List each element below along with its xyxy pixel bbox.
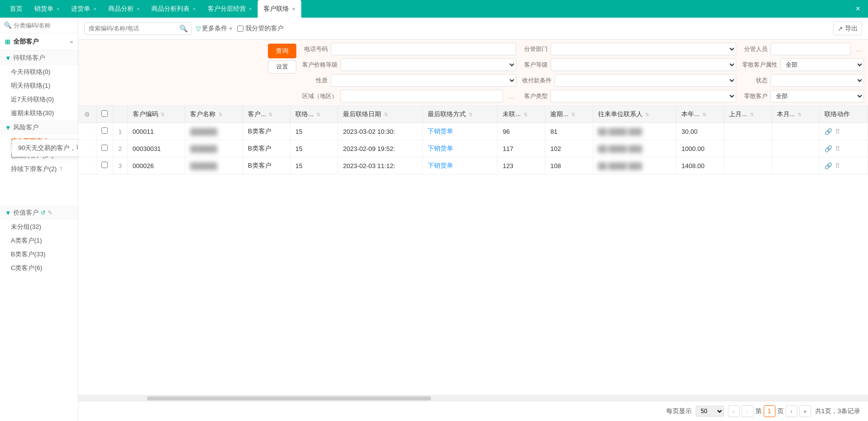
- gender-select[interactable]: [331, 74, 516, 87]
- row2-link-icon[interactable]: 🔗: [824, 145, 832, 152]
- col-last-month[interactable]: 上月... ⇅: [724, 106, 772, 123]
- customer-grade-select[interactable]: [551, 58, 736, 71]
- row2-check[interactable]: [101, 145, 108, 151]
- search-input[interactable]: [89, 25, 179, 32]
- scroll-thumb[interactable]: [147, 396, 431, 400]
- settings-button[interactable]: 设置: [268, 60, 296, 74]
- col-name[interactable]: 客户名称 ⇅: [185, 106, 243, 123]
- row3-check[interactable]: [101, 162, 108, 168]
- region-input[interactable]: [340, 90, 503, 102]
- retail-select[interactable]: 全部: [771, 90, 864, 102]
- row3-last-method[interactable]: 下销货单: [423, 157, 498, 174]
- col-this-year[interactable]: 本年... ⇅: [676, 106, 724, 123]
- sidebar-item-tomorrow[interactable]: 明天待联络(1): [0, 79, 78, 93]
- sidebar-item-overdue[interactable]: 逾期未联络(30): [0, 106, 78, 120]
- price-grade-select[interactable]: [340, 58, 516, 71]
- value-section-title[interactable]: ▼ 价值客户 ↺ ✎: [0, 205, 78, 220]
- nav-tab-product-list[interactable]: 商品分析列表 ×: [145, 0, 201, 18]
- row1-link-icon[interactable]: 🔗: [824, 128, 832, 135]
- next-page-btn[interactable]: ›: [786, 405, 797, 417]
- sidebar-item-b-class[interactable]: B类客户(33): [0, 248, 78, 261]
- export-label: 导出: [845, 24, 858, 33]
- select-all-checkbox[interactable]: [101, 110, 108, 117]
- query-button[interactable]: 查询: [268, 44, 296, 58]
- col-unit-contact[interactable]: 往来单位联系人 ⇅: [593, 106, 676, 123]
- close-product-analysis-icon[interactable]: ×: [137, 6, 140, 12]
- nav-tab-sales[interactable]: 销货单 ×: [28, 0, 65, 18]
- row1-checkbox[interactable]: [96, 123, 113, 140]
- page-suffix: 页: [777, 407, 784, 416]
- sidebar-item-a-class[interactable]: A类客户(1): [0, 234, 78, 248]
- close-purchase-icon[interactable]: ×: [93, 6, 96, 12]
- phone-input[interactable]: [331, 43, 516, 55]
- retail-attr-select[interactable]: 全部: [780, 58, 864, 71]
- edit-icon[interactable]: ✎: [48, 209, 52, 216]
- last-page-btn[interactable]: »: [799, 405, 811, 417]
- nav-tab-product-analysis[interactable]: 商品分析 ×: [102, 0, 145, 18]
- table-row: 1 000011 ██████ B类客户 15 2023-03-02 10:30…: [78, 123, 868, 140]
- col-overdue[interactable]: 逾期... ⇅: [545, 106, 593, 123]
- horizontal-scrollbar[interactable]: [78, 395, 868, 401]
- first-page-btn[interactable]: «: [728, 405, 740, 417]
- my-customers-checkbox[interactable]: 我分管的客户: [237, 24, 284, 33]
- nav-tab-customer-segment[interactable]: 客户分层经营 ×: [202, 0, 258, 18]
- nav-tab-customer-link[interactable]: 客户联络 ×: [258, 0, 301, 18]
- close-sales-icon[interactable]: ×: [56, 6, 59, 12]
- sidebar-search-box[interactable]: 🔍: [0, 18, 78, 33]
- row2-last-method[interactable]: 下销货单: [423, 140, 498, 157]
- status-select[interactable]: [771, 74, 864, 87]
- risk-section-title[interactable]: ▼ 风险客户: [0, 120, 78, 135]
- col-last-date[interactable]: 最后联络日期 ⇅: [338, 106, 423, 123]
- export-btn[interactable]: ↗ 导出: [833, 22, 862, 35]
- close-customer-segment-icon[interactable]: ×: [249, 6, 252, 12]
- pending-section-label: 待联络客户: [13, 53, 45, 62]
- sidebar-item-unsorted[interactable]: 未分组(32): [0, 220, 78, 234]
- person-input[interactable]: [771, 43, 851, 55]
- page-size-select[interactable]: 50: [696, 406, 724, 417]
- row3-checkbox[interactable]: [96, 157, 113, 174]
- row1-check[interactable]: [101, 127, 108, 134]
- collapse-icon[interactable]: «: [70, 39, 73, 45]
- row1-more-icon[interactable]: ⠿: [835, 128, 840, 135]
- sidebar-item-week[interactable]: 近7天待联络(0): [0, 93, 78, 106]
- col-code[interactable]: 客户编码 ⇅: [127, 106, 185, 123]
- sidebar-item-c-class[interactable]: C类客户(6): [0, 261, 78, 275]
- row2-more-icon[interactable]: ⠿: [835, 145, 840, 152]
- row3-more-icon[interactable]: ⠿: [835, 162, 840, 170]
- payment-select[interactable]: [555, 74, 736, 87]
- search-box[interactable]: 🔍: [84, 22, 192, 35]
- dept-select[interactable]: [551, 43, 736, 55]
- row3-link-icon[interactable]: 🔗: [824, 162, 832, 170]
- close-product-list-icon[interactable]: ×: [193, 6, 195, 12]
- row3-overdue: 108: [545, 157, 593, 174]
- a-class-label: A类客户(1): [11, 237, 42, 244]
- prev-page-btn[interactable]: ‹: [742, 405, 753, 417]
- region-dots-icon[interactable]: …: [506, 93, 516, 100]
- more-conditions-btn[interactable]: ▽ 更多条件 ▼: [196, 24, 233, 33]
- search-submit-icon[interactable]: 🔍: [179, 25, 188, 32]
- person-dots-icon[interactable]: …: [854, 46, 864, 53]
- filter-retail: 零散客户 全部: [742, 90, 864, 102]
- col-this-month[interactable]: 本月... ⇅: [772, 106, 819, 123]
- sidebar-search-input[interactable]: [14, 22, 74, 29]
- col-type[interactable]: 客户... ⇅: [242, 106, 290, 123]
- col-settings[interactable]: ⚙: [78, 106, 96, 123]
- customer-type-select[interactable]: [551, 90, 736, 102]
- col-contact[interactable]: 联络... ⇅: [290, 106, 338, 123]
- row2-checkbox[interactable]: [96, 140, 113, 157]
- window-close-icon[interactable]: ×: [852, 2, 864, 15]
- refresh-icon[interactable]: ↺: [41, 209, 46, 216]
- close-customer-link-icon[interactable]: ×: [292, 6, 295, 12]
- sidebar-item-today[interactable]: 今天待联络(0): [0, 65, 78, 79]
- col-checkbox[interactable]: [96, 106, 113, 123]
- filter-dept: 分管部门: [522, 43, 736, 55]
- col-last-method[interactable]: 最后联络方式 ⇅: [423, 106, 498, 123]
- col-not-contacted[interactable]: 未联... ⇅: [498, 106, 545, 123]
- pending-section-title[interactable]: ▼ 待联络客户: [0, 50, 78, 65]
- my-customers-check[interactable]: [237, 25, 243, 32]
- all-customers-header[interactable]: ⊞ 全部客户 «: [0, 33, 78, 50]
- sidebar-item-churn-down[interactable]: 持续下滑客户(2) ?: [0, 162, 78, 176]
- row1-last-method[interactable]: 下销货单: [423, 123, 498, 140]
- nav-tab-purchase[interactable]: 进货单 ×: [65, 0, 102, 18]
- nav-tab-home[interactable]: 首页: [4, 0, 28, 18]
